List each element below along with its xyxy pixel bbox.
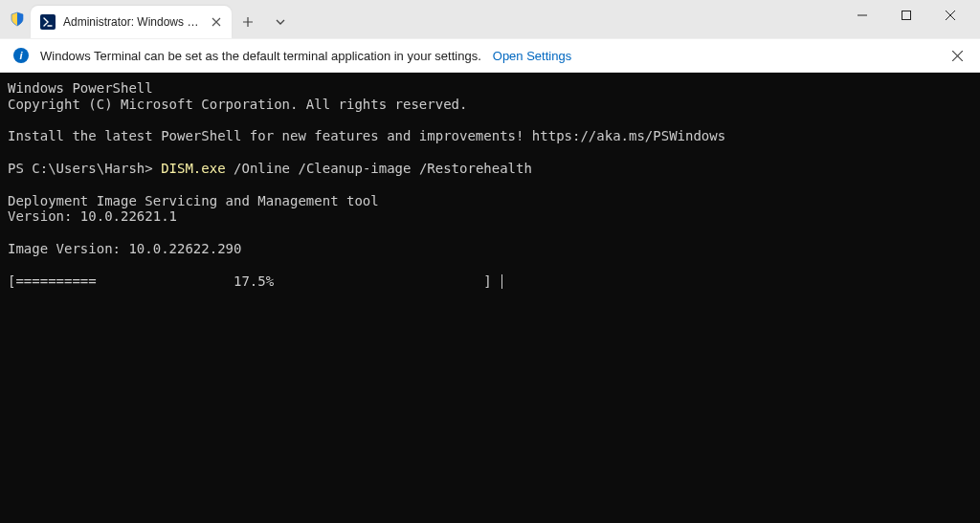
terminal-line: Install the latest PowerShell for new fe…	[8, 128, 725, 143]
tab-active[interactable]: Administrator: Windows Powe	[31, 6, 232, 38]
admin-shield-icon	[4, 0, 31, 38]
info-bar: i Windows Terminal can be set as the def…	[0, 38, 980, 73]
terminal-line: Windows PowerShell	[8, 80, 153, 96]
terminal-progress: [========== 17.5% ]	[8, 273, 500, 289]
tab-dropdown-button[interactable]	[264, 6, 297, 38]
maximize-button[interactable]	[884, 0, 928, 31]
terminal-output[interactable]: Windows PowerShell Copyright (C) Microso…	[0, 73, 980, 523]
info-close-button[interactable]	[944, 42, 970, 69]
window-controls	[840, 0, 972, 38]
minimize-button[interactable]	[840, 0, 884, 31]
svg-rect-0	[902, 11, 911, 20]
terminal-line: Image Version: 10.0.22622.290	[8, 241, 241, 256]
powershell-icon	[40, 14, 56, 30]
info-icon: i	[13, 48, 29, 63]
new-tab-button[interactable]	[232, 6, 264, 38]
tab-title: Administrator: Windows Powe	[63, 15, 201, 29]
terminal-prompt: PS C:\Users\Harsh>	[8, 161, 161, 176]
terminal-cursor	[501, 274, 502, 289]
terminal-command-exe: DISM.exe	[161, 161, 225, 176]
terminal-command-args: /Online /Cleanup-image /Restorehealth	[226, 161, 532, 176]
title-bar: Administrator: Windows Powe	[0, 0, 980, 38]
open-settings-link[interactable]: Open Settings	[493, 49, 571, 63]
terminal-line: Deployment Image Servicing and Managemen…	[8, 193, 379, 208]
terminal-line: Version: 10.0.22621.1	[8, 208, 177, 224]
terminal-line: Copyright (C) Microsoft Corporation. All…	[8, 97, 467, 112]
tab-close-button[interactable]	[209, 14, 224, 30]
window-close-button[interactable]	[928, 0, 972, 31]
info-message: Windows Terminal can be set as the defau…	[40, 49, 481, 63]
